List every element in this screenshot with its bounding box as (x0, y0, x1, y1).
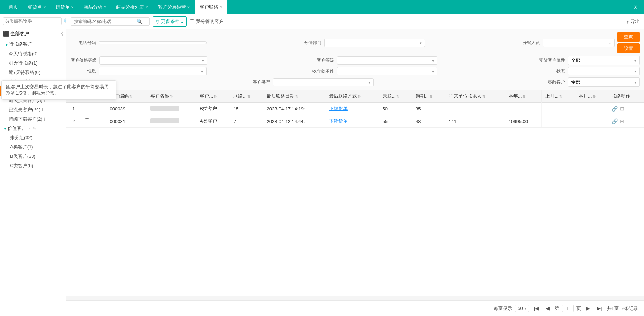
export-button[interactable]: ↑ 导出 (627, 18, 640, 25)
row2-link-icon[interactable]: 🔗 (612, 118, 618, 124)
sidebar-pending-contact-group[interactable]: 待联络客户 (0, 39, 66, 49)
nav-close-customer-contact[interactable]: × (220, 5, 222, 9)
sort-overdue-icon[interactable] (429, 93, 432, 99)
customer-grade-chevron-icon (432, 58, 434, 63)
manager-more-icon[interactable]: ··· (607, 40, 611, 46)
row1-more-icon[interactable]: ⊞ (620, 106, 624, 112)
sidebar-all-customers-label: 全部客户 (10, 30, 29, 37)
dept-chevron-icon (420, 40, 422, 46)
row2-method-link[interactable]: 下销货单 (329, 118, 348, 124)
sidebar-search-icon: 🔍 (63, 18, 66, 24)
nav-label-customer-contact: 客户联络 (200, 4, 218, 10)
query-button[interactable]: 查询 (617, 32, 640, 42)
nav-close-purchase[interactable]: × (71, 5, 73, 9)
nav-item-customer-stratify[interactable]: 客户分层经营 × (153, 0, 195, 14)
phone-input[interactable] (99, 41, 207, 44)
continuous-down-info-icon[interactable]: ℹ (44, 117, 45, 122)
sidebar-all-customers[interactable]: ⬛ 全部客户 《 (0, 28, 66, 39)
row1-link-icon[interactable]: 🔗 (612, 106, 618, 112)
filter-icon: ▽ (156, 19, 159, 24)
sidebar-item-class-c[interactable]: C类客户(6) (0, 161, 66, 170)
nature-select[interactable] (99, 67, 207, 75)
nav-item-purchase[interactable]: 进货单 × (51, 0, 78, 14)
filter-row-2: 客户价格等级 客户等级 零散客户属性 全部 (71, 56, 640, 65)
my-customers-checkbox[interactable] (190, 19, 194, 24)
nav-close-product-list[interactable]: × (145, 5, 148, 9)
sort-year-icon[interactable] (522, 93, 525, 99)
sidebar-item-already-lost[interactable]: 已流失客户(24) ℹ (0, 105, 66, 114)
row1-not-contact: 50 (379, 103, 412, 115)
settings-button[interactable]: 设置 (617, 43, 640, 53)
sidebar-item-tomorrow[interactable]: 明天待联络(1) (0, 58, 66, 68)
dept-select[interactable] (324, 39, 425, 47)
payment-select[interactable] (337, 67, 437, 75)
prev-page-button[interactable]: ◀ (544, 305, 552, 312)
row2-check (81, 115, 93, 128)
sidebar-item-unclassified[interactable]: 未分组(32) (0, 133, 66, 142)
next-page-button[interactable]: ▶ (584, 305, 592, 312)
th-category: 客户... (196, 90, 230, 103)
retail-attr-select[interactable]: 全部 (568, 56, 640, 65)
sidebar-item-continuous-down[interactable]: 持续下滑客户(2) ℹ (0, 114, 66, 124)
horizontal-scrollbar[interactable] (66, 296, 644, 300)
total-records-label: 2条记录 (622, 305, 638, 312)
row1-method-link[interactable]: 下销货单 (329, 106, 348, 111)
sidebar-collapse-icon[interactable]: 《 (59, 31, 63, 37)
sidebar-value-customers-group[interactable]: 价值客户 ○ ✎ (0, 124, 66, 133)
nav-item-product-analysis[interactable]: 商品分析 × (79, 0, 111, 14)
my-customers-checkbox-label[interactable]: 我分管的客户 (190, 18, 224, 25)
search-icon[interactable]: 🔍 (136, 19, 143, 24)
sort-name-icon[interactable] (169, 93, 173, 99)
sort-date-icon[interactable] (295, 93, 298, 99)
page-suffix-label: 页 (576, 305, 581, 312)
price-grade-select[interactable] (99, 56, 207, 65)
th-this-month: 本月... (575, 90, 608, 103)
sidebar-search-input[interactable] (3, 17, 62, 25)
customer-grade-label: 客户等级 (309, 57, 334, 63)
price-grade-label: 客户价格等级 (71, 57, 97, 63)
nav-close-customer-stratify[interactable]: × (187, 5, 190, 9)
sort-lm-icon[interactable] (559, 93, 562, 99)
nav-item-customer-contact[interactable]: 客户联络 × (195, 0, 227, 14)
sort-nc-icon[interactable] (395, 93, 399, 99)
sidebar-item-class-a[interactable]: A类客户(1) (0, 142, 66, 152)
action-buttons: 查询 设置 (617, 32, 640, 53)
sort-cat-icon[interactable] (213, 93, 217, 99)
row2-more-icon[interactable]: ⊞ (620, 118, 624, 124)
row1-check (81, 103, 93, 115)
sort-unit-icon[interactable] (482, 93, 485, 99)
retail-attr-chevron-icon (634, 58, 636, 63)
manager-select[interactable]: ··· (543, 39, 615, 47)
customer-grade-select[interactable] (337, 56, 437, 65)
page-number-input[interactable] (562, 305, 574, 312)
retail-customer-select[interactable]: 全部 (568, 77, 640, 87)
nav-item-sales[interactable]: 销货单 × (23, 0, 51, 14)
customer-type-chevron-icon (368, 80, 370, 85)
main-layout: 🔍 ⬛ 全部客户 《 待联络客户 今天待联络(0) 明天待联络(1) 近7天待联… (0, 14, 644, 316)
window-close-button[interactable]: × (631, 4, 640, 11)
sidebar-item-class-b[interactable]: B类客户(33) (0, 152, 66, 161)
sidebar-item-today[interactable]: 今天待联络(0) (0, 49, 66, 58)
phone-label: 电话号码 (71, 40, 96, 46)
last-page-button[interactable]: ▶| (595, 305, 604, 312)
already-lost-info-icon[interactable]: ℹ (42, 108, 43, 112)
nav-item-product-list[interactable]: 商品分析列表 × (111, 0, 153, 14)
sort-method-icon[interactable] (357, 93, 361, 99)
row2-overdue: 48 (412, 115, 445, 128)
sort-code-icon[interactable] (129, 93, 132, 99)
search-input[interactable] (74, 19, 135, 24)
more-filter-button[interactable]: ▽ 更多条件 ▴ (153, 16, 187, 27)
sort-tm-icon[interactable] (592, 93, 596, 99)
row2-checkbox[interactable] (85, 118, 89, 123)
nav-close-product-analysis[interactable]: × (104, 5, 106, 9)
customer-type-label: 客户类型 (245, 79, 270, 85)
status-select[interactable] (568, 67, 640, 75)
sort-contact-icon[interactable] (247, 93, 250, 99)
first-page-button[interactable]: |◀ (532, 305, 541, 312)
nav-item-home[interactable]: 首页 (4, 0, 23, 14)
customer-type-select[interactable] (273, 78, 374, 86)
sidebar-item-7days[interactable]: 近7天待联络(0) (0, 68, 66, 77)
row1-checkbox[interactable] (85, 106, 89, 110)
nav-close-sales[interactable]: × (43, 5, 46, 9)
per-page-select[interactable]: 50 (515, 305, 529, 312)
